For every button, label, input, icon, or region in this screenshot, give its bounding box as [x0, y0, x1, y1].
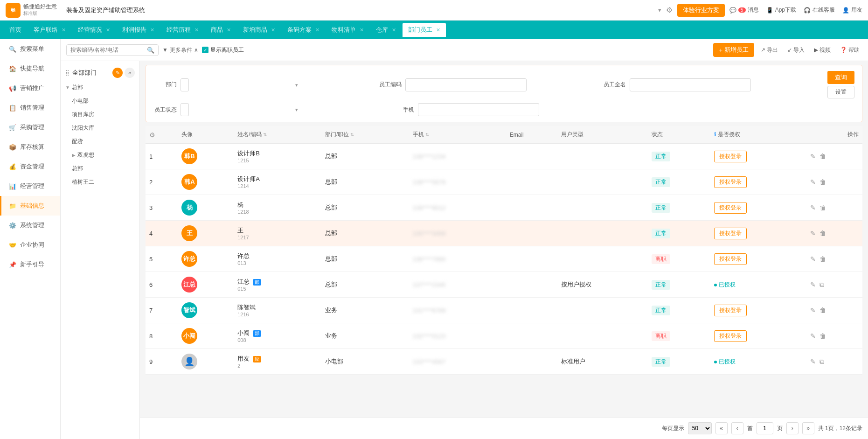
close-icon[interactable]: ✕	[106, 27, 110, 33]
status-select[interactable]	[181, 103, 189, 116]
dept-item-project[interactable]: 项目库房	[61, 108, 139, 121]
edit-icon[interactable]: ✎	[810, 230, 816, 237]
nav-guide[interactable]: 📌 新手引导	[0, 255, 60, 274]
close-icon[interactable]: ✕	[150, 27, 154, 33]
last-page-btn[interactable]: »	[802, 422, 814, 434]
close-icon[interactable]: ✕	[271, 27, 275, 33]
export-btn[interactable]: ↗ 导出	[758, 44, 781, 56]
message-btn[interactable]: 💬 5 消息	[729, 6, 759, 14]
nav-purchase[interactable]: 🛒 采购管理	[0, 118, 60, 137]
auth-btn[interactable]: 授权登录	[714, 151, 747, 162]
tab-barcode[interactable]: 条码方案 ✕	[282, 23, 325, 37]
service-btn[interactable]: 🎧 在线客服	[804, 6, 835, 14]
edit-icon[interactable]: ✎	[810, 153, 816, 160]
search-input[interactable]	[70, 47, 145, 53]
auth-btn[interactable]: 授权登录	[714, 305, 747, 316]
tab-bom[interactable]: 物料清单 ✕	[326, 23, 369, 37]
prev-page-btn[interactable]: ‹	[731, 422, 743, 434]
page-input[interactable]	[757, 422, 773, 434]
nav-system[interactable]: ⚙️ 系统管理	[0, 216, 60, 235]
delete-icon[interactable]: 🗑	[819, 255, 826, 263]
auth-btn[interactable]: 授权登录	[714, 253, 747, 265]
show-resign-checkbox[interactable]: ✓	[202, 47, 208, 53]
app-download-btn[interactable]: 📱 App下载	[766, 6, 796, 14]
nav-search-menu[interactable]: 🔍 搜索菜单	[0, 39, 60, 59]
dept-item-zhishu[interactable]: 植树王二	[61, 175, 139, 189]
close-icon[interactable]: ✕	[194, 27, 199, 33]
edit-icon[interactable]: ✎	[810, 332, 816, 340]
th-dept-sort[interactable]: 部门/职位 ⇅	[325, 131, 405, 139]
tab-operation[interactable]: 经营情况 ✕	[72, 23, 116, 37]
edit-icon[interactable]: ✎	[810, 358, 816, 365]
dept-edit-icon[interactable]: ✎	[112, 68, 123, 78]
close-icon[interactable]: ✕	[436, 27, 440, 33]
dropdown-arrow-icon[interactable]: ▾	[658, 7, 661, 14]
dept-collapse-icon[interactable]: «	[125, 68, 135, 78]
th-phone-sort[interactable]: 手机 ⇅	[413, 131, 502, 139]
show-resign-toggle[interactable]: ✓ 显示离职员工	[202, 46, 244, 54]
edit-icon[interactable]: ✎	[810, 255, 816, 263]
delete-icon[interactable]: 🗑	[819, 204, 826, 211]
nav-inventory[interactable]: 📦 库存核算	[0, 137, 60, 157]
close-icon[interactable]: ✕	[392, 27, 396, 33]
edit-icon[interactable]: ✎	[810, 307, 816, 314]
add-employee-btn[interactable]: + 新增员工	[713, 43, 754, 57]
tab-warehouse[interactable]: 仓库 ✕	[370, 23, 402, 37]
next-page-btn[interactable]: ›	[786, 422, 799, 434]
tab-home[interactable]: 首页	[4, 23, 27, 37]
set-btn[interactable]: 设置	[827, 86, 854, 98]
try-btn[interactable]: 体验行业方案	[677, 4, 725, 17]
nav-collab[interactable]: 🤝 企业协同	[0, 235, 60, 255]
dept-item-zongbu[interactable]: 总部	[61, 162, 139, 175]
close-icon[interactable]: ✕	[315, 27, 319, 33]
import-btn[interactable]: ↙ 导入	[785, 44, 807, 56]
th-name-sort[interactable]: 姓名/编码 ⇅	[237, 131, 318, 139]
close-icon[interactable]: ✕	[360, 27, 364, 33]
phone-input[interactable]	[418, 103, 539, 116]
view-btn[interactable]: ▶ 视频	[811, 44, 833, 56]
dept-select[interactable]	[181, 78, 189, 91]
delete-icon[interactable]: 🗑	[819, 307, 826, 314]
dept-item-shuanghu[interactable]: ▶ 双虎想	[61, 148, 139, 162]
more-filter-btn[interactable]: ▼ 更多条件 ∧	[162, 46, 198, 54]
copy-icon[interactable]: ⧉	[819, 281, 824, 289]
auth-btn[interactable]: 授权登录	[714, 228, 747, 239]
dept-item-distribution[interactable]: 配货	[61, 135, 139, 148]
delete-icon[interactable]: 🗑	[819, 332, 826, 340]
dept-item-root[interactable]: ▼ 总部	[61, 81, 139, 94]
edit-icon[interactable]: ✎	[810, 204, 816, 211]
query-btn[interactable]: 查询	[827, 71, 854, 84]
close-icon[interactable]: ✕	[227, 27, 231, 33]
edit-icon[interactable]: ✎	[810, 281, 816, 288]
empname-input[interactable]	[630, 78, 751, 91]
settings-col-icon[interactable]: ⚙	[149, 131, 155, 139]
tab-history[interactable]: 经营历程 ✕	[161, 23, 204, 37]
tab-profit[interactable]: 利润报告 ✕	[117, 23, 160, 37]
help-btn[interactable]: ❓ 帮助	[837, 44, 862, 56]
delete-icon[interactable]: 🗑	[819, 153, 826, 160]
tab-goods[interactable]: 商品 ✕	[205, 23, 236, 37]
nav-marketing[interactable]: 📢 营销推广	[0, 78, 60, 98]
dept-item-shenyang[interactable]: 沈阳大库	[61, 121, 139, 135]
nav-finance[interactable]: 💰 资金管理	[0, 157, 60, 176]
tab-new-goods[interactable]: 新增商品 ✕	[237, 23, 281, 37]
tab-customer[interactable]: 客户联络 ✕	[28, 23, 71, 37]
nav-quick-nav[interactable]: 🏠 快捷导航	[0, 59, 60, 78]
nav-sales[interactable]: 📋 销售管理	[0, 98, 60, 118]
nav-management[interactable]: 📊 经营管理	[0, 176, 60, 196]
first-page-btn[interactable]: «	[715, 422, 728, 434]
auth-btn[interactable]: 授权登录	[714, 176, 747, 188]
dept-item-xiaodian[interactable]: 小电部	[61, 94, 139, 108]
user-btn[interactable]: 👤 用友	[842, 6, 862, 14]
delete-icon[interactable]: 🗑	[819, 178, 826, 186]
close-icon[interactable]: ✕	[62, 27, 66, 33]
per-page-select[interactable]: 50 100	[688, 422, 712, 434]
auth-btn[interactable]: 授权登录	[714, 202, 747, 214]
nav-basic-info[interactable]: 📁 基础信息	[0, 196, 60, 216]
search-box[interactable]: 🔍	[66, 44, 159, 56]
delete-icon[interactable]: 🗑	[819, 230, 826, 237]
empcode-input[interactable]	[405, 78, 527, 91]
settings-icon[interactable]: ⚙	[666, 6, 673, 14]
copy-icon[interactable]: ⧉	[819, 358, 824, 366]
tab-employees[interactable]: 部门员工 ✕	[403, 23, 446, 37]
